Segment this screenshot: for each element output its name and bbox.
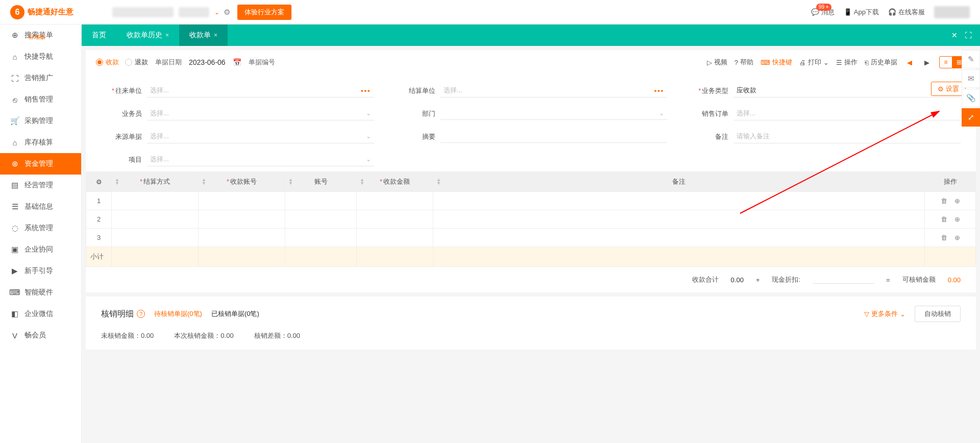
experience-button[interactable]: 体验行业方案 <box>237 5 291 20</box>
cell-method[interactable] <box>112 210 199 229</box>
cell-remark[interactable] <box>433 210 925 229</box>
tab[interactable]: 收款单历史× <box>116 24 179 46</box>
sidebar-item[interactable]: ⊛资金管理 <box>0 153 81 175</box>
cell-method[interactable] <box>112 229 199 247</box>
add-row-icon[interactable]: ⊕ <box>954 215 960 223</box>
gear-icon: ⚙ <box>938 85 944 93</box>
sidebar-item[interactable]: ◧企业微信 <box>0 303 81 325</box>
cell-number[interactable] <box>285 229 357 247</box>
delete-icon[interactable]: 🗑 <box>941 234 947 241</box>
sidebar-item[interactable]: 🛒采购管理 <box>0 110 81 132</box>
view-list-button[interactable]: ≡ <box>939 56 952 68</box>
add-row-icon[interactable]: ⊕ <box>954 234 960 241</box>
partner-input[interactable]: 选择...••• <box>147 84 374 97</box>
date-value[interactable]: 2023-06-06 <box>189 58 226 66</box>
customer-service-link[interactable]: 🎧 在线客服 <box>888 8 925 17</box>
cell-number[interactable] <box>285 210 357 229</box>
remark-input[interactable]: 请输入备注 <box>733 130 961 143</box>
summary-input[interactable] <box>440 131 668 143</box>
delete-icon[interactable]: 🗑 <box>941 215 947 223</box>
shortcut-link[interactable]: ⌨快捷键 <box>761 58 792 67</box>
settle-unit-input[interactable]: 选择...••• <box>440 84 668 97</box>
discount-input[interactable] <box>813 276 874 284</box>
tab[interactable]: 首页 <box>82 24 116 46</box>
more-filter-link[interactable]: ▽更多条件⌄ <box>864 309 905 318</box>
help-link[interactable]: ?帮助 <box>734 58 753 67</box>
gear-icon[interactable]: ⚙ <box>224 8 230 17</box>
calendar-icon[interactable]: 📅 <box>233 58 241 66</box>
col-number[interactable]: ▲▼账号 <box>285 172 357 192</box>
tab-done[interactable]: 已核销单据(0笔) <box>211 309 259 318</box>
messages-link[interactable]: 💬 消息 99 + <box>811 8 835 17</box>
main-content: 首页收款单历史×收款单× ✕ ⛶ 收款 退款 单据日期 2023-06-06 📅… <box>82 24 980 443</box>
biz-type-input[interactable]: 应收款⌄ <box>733 84 961 97</box>
history-label: 历史单据 <box>871 58 897 67</box>
salesman-input[interactable]: 选择...⌄ <box>147 107 374 120</box>
cell-number[interactable] <box>285 192 357 210</box>
sidebar-item[interactable]: ⎋销售管理 <box>0 89 81 110</box>
sidebar-item[interactable]: ⌂快捷导航 <box>0 46 81 67</box>
cell-account[interactable] <box>199 192 285 210</box>
rail-attach-icon[interactable]: 📎 <box>962 89 980 107</box>
sidebar-item[interactable]: ◌系统管理 <box>0 217 81 239</box>
cell-amount[interactable] <box>357 192 433 210</box>
delete-icon[interactable]: 🗑 <box>941 197 947 205</box>
rail-draft-icon[interactable]: ✎ <box>962 50 980 68</box>
user-avatar-blurred[interactable] <box>934 6 970 18</box>
sidebar-item[interactable]: ⌨智能硬件 <box>0 282 81 303</box>
col-remark[interactable]: ▲▼备注 <box>433 172 925 192</box>
col-gear[interactable]: ⚙ <box>86 172 112 192</box>
radio-refund[interactable]: 退款 <box>125 58 148 67</box>
cell-account[interactable] <box>199 210 285 229</box>
cell-ops: 🗑⊕ <box>925 210 976 229</box>
col-amount[interactable]: ▲▼*收款金额 <box>357 172 433 192</box>
dept-input[interactable]: ⌄ <box>440 108 668 120</box>
sidebar-item[interactable]: ⛶营销推广 <box>0 67 81 89</box>
cell-method[interactable] <box>112 192 199 210</box>
cell-amount[interactable] <box>357 229 433 247</box>
company-selector[interactable]: ⌄ <box>112 7 219 17</box>
sidebar-item[interactable]: ▤经营管理 <box>0 175 81 196</box>
sidebar-item[interactable]: ☰基础信息 <box>0 196 81 217</box>
sidebar-icon: ⎋ <box>10 95 19 104</box>
sidebar-item[interactable]: V畅会员 <box>0 325 81 346</box>
tabs-close-icon[interactable]: ✕ <box>951 31 958 39</box>
rail-expand-icon[interactable]: ⤢ <box>962 108 980 127</box>
cell-amount[interactable] <box>357 210 433 229</box>
field-sales-order: 销售订单选择... <box>688 107 961 120</box>
field-biz-type: *业务类型应收款⌄ <box>688 84 961 97</box>
col-method[interactable]: ▲▼*结算方式 <box>112 172 199 192</box>
sidebar-item[interactable]: ⌂库存核算 <box>0 132 81 153</box>
row-index: 3 <box>86 229 112 247</box>
tab-pending[interactable]: 待核销单据(0笔) <box>154 309 202 318</box>
prev-arrow-icon[interactable]: ◀ <box>904 57 915 67</box>
tab[interactable]: 收款单× <box>179 24 228 46</box>
help-icon[interactable]: ? <box>137 310 145 318</box>
chevron-down-icon: ⌄ <box>659 110 664 117</box>
tabs-expand-icon[interactable]: ⛶ <box>965 31 972 39</box>
rail-mail-icon[interactable]: ✉ <box>962 69 980 88</box>
ops-link[interactable]: ☰操作 <box>836 58 857 67</box>
col-account[interactable]: ▲▼*收款账号 <box>199 172 285 192</box>
project-input[interactable]: 选择...⌄ <box>147 153 374 166</box>
print-link[interactable]: 🖨打印⌄ <box>799 58 829 67</box>
video-link[interactable]: ▷视频 <box>707 58 727 67</box>
sales-order-input[interactable]: 选择... <box>733 107 961 120</box>
cell-remark[interactable] <box>433 192 925 210</box>
source-input[interactable]: 选择...⌄ <box>147 130 374 143</box>
biz-type-value: 应收款 <box>737 86 756 95</box>
auto-writeoff-button[interactable]: 自动核销 <box>915 306 961 322</box>
field-remark: 备注请输入备注 <box>688 130 961 143</box>
radio-receipt[interactable]: 收款 <box>96 58 119 67</box>
sidebar-item[interactable]: ▣企业协同 <box>0 239 81 260</box>
cell-account[interactable] <box>199 229 285 247</box>
history-link[interactable]: ⎗历史单据 <box>865 58 897 67</box>
settings-button[interactable]: ⚙设置 <box>931 82 966 96</box>
tab-close-icon[interactable]: × <box>214 32 217 39</box>
next-arrow-icon[interactable]: ▶ <box>922 57 932 67</box>
cell-remark[interactable] <box>433 229 925 247</box>
tab-close-icon[interactable]: × <box>165 32 169 39</box>
app-download-link[interactable]: 📱 App下载 <box>844 8 879 17</box>
add-row-icon[interactable]: ⊕ <box>954 197 960 205</box>
sidebar-item[interactable]: ▶新手引导 <box>0 260 81 282</box>
